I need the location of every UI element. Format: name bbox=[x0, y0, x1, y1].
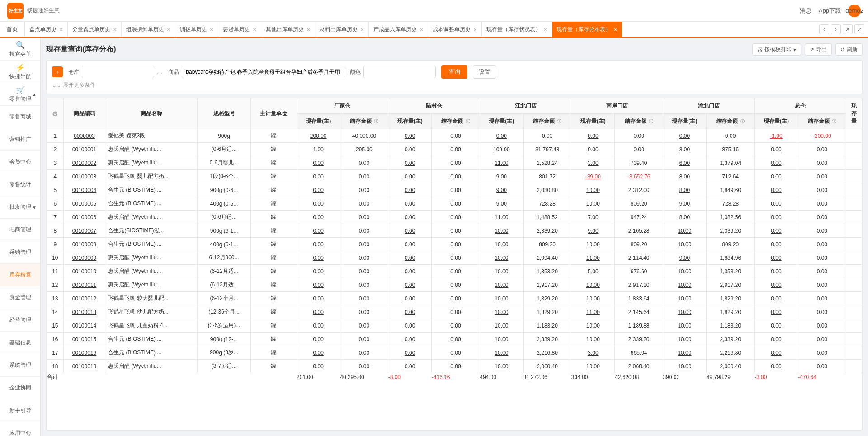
tab-stock-status[interactable]: 现存量（库存状况表） ✕ bbox=[482, 22, 552, 38]
cell-code[interactable]: 00100002 bbox=[63, 156, 105, 170]
cell-yb-qty[interactable]: 10.00 bbox=[663, 360, 706, 373]
cell-jb-qty[interactable]: 9.00 bbox=[480, 197, 523, 211]
sidebar-item-shortcut[interactable]: ⚡ 快捷导航 bbox=[0, 61, 40, 83]
sidebar-item-member[interactable]: 会员中心 bbox=[0, 151, 40, 173]
cell-yb-qty[interactable]: 8.00 bbox=[663, 183, 706, 197]
cell-jb-qty[interactable]: 10.00 bbox=[480, 360, 523, 373]
app-download-btn[interactable]: App下载 bbox=[819, 7, 841, 15]
cell-yb-qty[interactable]: 8.00 bbox=[663, 170, 706, 183]
info-icon-2[interactable]: ⓘ bbox=[466, 118, 470, 125]
cell-f-qty[interactable]: 0.00 bbox=[297, 183, 340, 197]
cell-yb-qty[interactable]: 10.00 bbox=[663, 305, 706, 319]
cell-total-qty[interactable]: 0.00 bbox=[755, 251, 798, 265]
cell-total-qty[interactable]: 0.00 bbox=[755, 183, 798, 197]
tab-inventory-single[interactable]: 盘点单历史 ✕ bbox=[25, 22, 68, 38]
export-btn[interactable]: ↗ 导出 bbox=[805, 43, 832, 56]
expand-conditions-btn[interactable]: ⌄⌄ 展开更多条件 bbox=[52, 81, 857, 89]
cell-code[interactable]: 00100006 bbox=[63, 211, 105, 224]
cell-total-qty[interactable]: 0.00 bbox=[755, 211, 798, 224]
cell-na-qty[interactable]: 9.00 bbox=[571, 224, 615, 238]
cell-total-qty[interactable]: 0.00 bbox=[755, 238, 798, 251]
cell-jb-qty[interactable]: 10.00 bbox=[480, 319, 523, 333]
sidebar-item-purchase[interactable]: 采购管理 bbox=[0, 241, 40, 264]
th-settings[interactable]: ⚙ bbox=[47, 98, 64, 129]
cell-code[interactable]: 00100013 bbox=[63, 305, 105, 319]
tab-close-stock-status[interactable]: ✕ bbox=[543, 27, 547, 32]
tab-product-in[interactable]: 产成品入库单历史 ✕ bbox=[369, 22, 428, 38]
cell-total-qty[interactable]: 0.00 bbox=[755, 170, 798, 183]
cell-yb-qty[interactable]: 0.00 bbox=[663, 129, 706, 143]
cell-code[interactable]: 00100015 bbox=[63, 333, 105, 346]
sidebar-item-basic[interactable]: 基础信息 bbox=[0, 332, 40, 354]
cell-na-qty[interactable]: 5.00 bbox=[571, 265, 615, 278]
warehouse-dots-btn[interactable]: ... bbox=[157, 68, 163, 76]
cell-l-qty[interactable]: 0.00 bbox=[388, 143, 432, 156]
cell-na-qty[interactable]: 3.00 bbox=[571, 156, 615, 170]
setting-btn[interactable]: 设置 bbox=[473, 65, 496, 79]
cell-na-qty[interactable]: 10.00 bbox=[571, 183, 615, 197]
cell-jb-qty[interactable]: 11.00 bbox=[480, 156, 523, 170]
sidebar-item-retail-store[interactable]: 零售商城 bbox=[0, 106, 40, 128]
tab-purchase-request[interactable]: 要货单历史 ✕ bbox=[218, 22, 261, 38]
cell-f-qty[interactable]: 0.00 bbox=[297, 292, 340, 305]
cell-yb-qty[interactable]: 9.00 bbox=[663, 197, 706, 211]
sidebar-item-inventory[interactable]: 库存核算 bbox=[0, 264, 40, 286]
sidebar-item-retail-stats[interactable]: 零售统计 bbox=[0, 173, 40, 196]
cell-l-qty[interactable]: 0.00 bbox=[388, 211, 432, 224]
cell-na-qty[interactable]: 10.00 bbox=[571, 292, 615, 305]
cell-na-qty[interactable]: 10.00 bbox=[571, 238, 615, 251]
cell-yb-qty[interactable]: 10.00 bbox=[663, 346, 706, 360]
cell-f-qty[interactable]: 0.00 bbox=[297, 278, 340, 292]
sidebar-item-collab[interactable]: 企业协同 bbox=[0, 377, 40, 399]
cell-na-qty[interactable]: 10.00 bbox=[571, 197, 615, 211]
refresh-btn[interactable]: ↺ 刷新 bbox=[835, 43, 863, 56]
avatar[interactable]: demo2 bbox=[848, 5, 861, 17]
tab-other-out[interactable]: 其他出库单历史 ✕ bbox=[261, 22, 315, 38]
tab-close-branch[interactable]: ✕ bbox=[113, 27, 117, 32]
cell-l-qty[interactable]: 0.00 bbox=[388, 333, 432, 346]
cell-code[interactable]: 00100016 bbox=[63, 346, 105, 360]
cell-jb-qty[interactable]: 109.00 bbox=[480, 143, 523, 156]
cell-f-qty[interactable]: 0.00 bbox=[297, 333, 340, 346]
cell-l-qty[interactable]: 0.00 bbox=[388, 238, 432, 251]
cell-na-qty[interactable]: 3.00 bbox=[571, 346, 615, 360]
sidebar-item-system[interactable]: 系统管理 bbox=[0, 354, 40, 377]
cell-f-qty[interactable]: 0.00 bbox=[297, 224, 340, 238]
cell-total-qty[interactable]: 0.00 bbox=[755, 292, 798, 305]
cell-jb-qty[interactable]: 0.00 bbox=[480, 129, 523, 143]
cell-code[interactable]: 00100003 bbox=[63, 170, 105, 183]
cell-yb-qty[interactable]: 8.00 bbox=[663, 211, 706, 224]
cell-l-qty[interactable]: 0.00 bbox=[388, 319, 432, 333]
info-icon-5[interactable]: ⓘ bbox=[740, 118, 745, 125]
cell-jb-qty[interactable]: 10.00 bbox=[480, 333, 523, 346]
sidebar-item-retail-mgmt[interactable]: 🛒 零售管理 ▲ bbox=[0, 83, 40, 106]
cell-jb-qty[interactable]: 10.00 bbox=[480, 224, 523, 238]
info-icon-3[interactable]: ⓘ bbox=[557, 118, 561, 125]
tab-close-purchase-req[interactable]: ✕ bbox=[253, 27, 256, 32]
cell-jb-qty[interactable]: 10.00 bbox=[480, 292, 523, 305]
message-btn[interactable]: 消息 bbox=[800, 7, 811, 15]
cell-total-qty[interactable]: 0.00 bbox=[755, 197, 798, 211]
print-btn[interactable]: 🖨 按模板打印 ▾ bbox=[752, 43, 801, 56]
cell-code[interactable]: 00100007 bbox=[63, 224, 105, 238]
tab-close-inventory-single[interactable]: ✕ bbox=[59, 27, 63, 32]
cell-code[interactable]: 0000003 bbox=[63, 129, 105, 143]
query-btn[interactable]: 查询 bbox=[441, 65, 467, 79]
cell-na-qty[interactable]: 7.00 bbox=[571, 211, 615, 224]
cell-f-qty[interactable]: 0.00 bbox=[297, 305, 340, 319]
cell-na-qty[interactable]: 10.00 bbox=[571, 360, 615, 373]
color-input[interactable] bbox=[363, 66, 436, 78]
cell-f-qty[interactable]: 0.00 bbox=[297, 319, 340, 333]
cell-yb-qty[interactable]: 10.00 bbox=[663, 333, 706, 346]
cell-code[interactable]: 00100009 bbox=[63, 251, 105, 265]
cell-code[interactable]: 00100018 bbox=[63, 360, 105, 373]
cell-l-qty[interactable]: 0.00 bbox=[388, 346, 432, 360]
gear-icon[interactable]: ⚙ bbox=[52, 110, 58, 117]
cell-jb-qty[interactable]: 10.00 bbox=[480, 251, 523, 265]
cell-jb-qty[interactable]: 10.00 bbox=[480, 346, 523, 360]
tab-prev-btn[interactable]: ‹ bbox=[819, 24, 829, 34]
tab-branch-inventory[interactable]: 分量盘点单历史 ✕ bbox=[68, 22, 122, 38]
sidebar-item-guide[interactable]: 新手引导 bbox=[0, 399, 40, 422]
tab-home[interactable]: 首页 bbox=[0, 22, 25, 38]
cell-yb-qty[interactable]: 9.00 bbox=[663, 251, 706, 265]
